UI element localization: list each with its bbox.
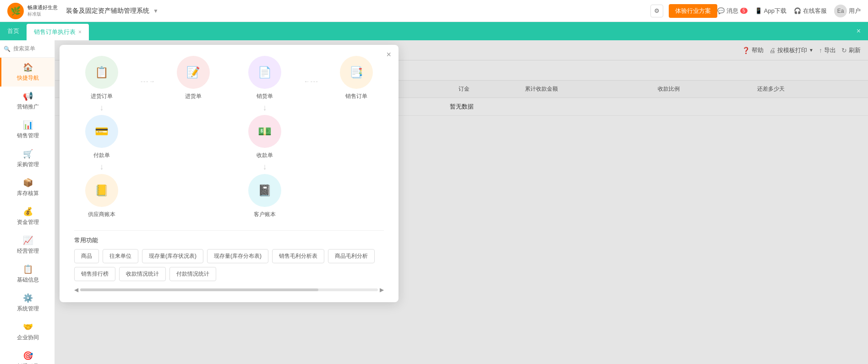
- flow-node-receipt: 💵 收款单: [237, 115, 292, 159]
- sidebar-item-finance[interactable]: 💰 资金管理: [0, 202, 55, 231]
- search-icon: 🔍: [4, 46, 11, 52]
- popup-card: × 📋 进货订单 ↓ 💳 付款单 ↓: [60, 45, 399, 302]
- scroll-right-arrow[interactable]: ▶: [380, 287, 384, 293]
- flow-node-supplier-book: 📒 供应商账本: [74, 174, 129, 218]
- customer-icon: 📓: [248, 174, 281, 207]
- tab-bar: 首页 销售订单执行表 × ×: [0, 22, 868, 40]
- main-layout: 🔍 搜索菜单 🏠 快捷导航 📢 营销推广 📊 销售管理 🛒 采购管理 📦 库存核…: [0, 40, 868, 364]
- operations-icon: 📈: [23, 235, 33, 245]
- arrow-down-4: ↓: [263, 160, 267, 173]
- sidebar-item-purchase[interactable]: 🛒 采购管理: [0, 144, 55, 173]
- online-service-button[interactable]: 🎧 在线客服: [794, 7, 827, 15]
- popup-close-button[interactable]: ×: [386, 50, 391, 59]
- tab-close-icon[interactable]: ×: [78, 29, 82, 35]
- purchase-icon: 📝: [177, 56, 210, 89]
- flow-node-payment: 💳 付款单: [74, 115, 129, 159]
- user-area[interactable]: Ea 用户: [834, 5, 861, 17]
- logo-area: 🌿 畅康通好生意 标准版: [7, 3, 62, 19]
- logo-icon: 🌿: [7, 3, 24, 19]
- cf-btn-sales-rank[interactable]: 销售排行榜: [74, 267, 115, 281]
- trial-button[interactable]: 体验行业方案: [669, 4, 717, 18]
- cf-btn-stock-status[interactable]: 现存量(库存状况表): [142, 249, 203, 263]
- inventory-icon: 📦: [23, 178, 33, 188]
- sidebar-search[interactable]: 🔍 搜索菜单: [0, 40, 55, 58]
- system-dropdown-arrow[interactable]: ▼: [153, 8, 158, 14]
- close-all-tabs[interactable]: ×: [857, 27, 861, 35]
- logo-sub: 标准版: [27, 11, 58, 17]
- scrollbar-track[interactable]: [80, 288, 378, 291]
- sidebar: 🔍 搜索菜单 🏠 快捷导航 📢 营销推广 📊 销售管理 🛒 采购管理 📦 库存核…: [0, 40, 55, 364]
- cf-btn-sales-margin[interactable]: 销售毛利分析表: [272, 249, 324, 263]
- home-icon: 🏠: [23, 62, 33, 72]
- sidebar-item-guide[interactable]: 🎯 新手引导: [0, 346, 55, 364]
- supplier-icon: 📒: [85, 174, 118, 207]
- sidebar-item-system[interactable]: ⚙️ 系统管理: [0, 288, 55, 317]
- flow-node-purchase: 📝 进货单: [166, 56, 221, 100]
- sidebar-item-operations[interactable]: 📈 经营管理: [0, 231, 55, 260]
- message-icon: 💬: [717, 7, 725, 14]
- sales-icon: 📄: [248, 56, 281, 89]
- scrollbar-thumb: [80, 288, 318, 291]
- sales-icon: 📊: [23, 120, 33, 130]
- sidebar-item-marketing[interactable]: 📢 营销推广: [0, 87, 55, 115]
- sidebar-item-inventory[interactable]: 📦 库存核算: [0, 173, 55, 202]
- headset-icon: 🎧: [794, 7, 801, 14]
- marketing-icon: 📢: [23, 91, 33, 101]
- top-header: 🌿 畅康通好生意 标准版 装备及固定资产辅助管理系统 ▼ ⚙ 体验行业方案 💬 …: [0, 0, 868, 22]
- flow-node-purchase-order: 📋 进货订单: [74, 56, 129, 100]
- cf-buttons-row2: 销售排行榜 收款情况统计 付款情况统计: [74, 267, 384, 281]
- sidebar-item-quick-nav[interactable]: 🏠 快捷导航: [0, 58, 55, 87]
- cf-btn-contacts[interactable]: 往来单位: [103, 249, 138, 263]
- cf-btn-payment-stats[interactable]: 付款情况统计: [169, 267, 216, 281]
- payment-icon: 💳: [85, 115, 118, 148]
- sidebar-item-sales[interactable]: 📊 销售管理: [0, 115, 55, 144]
- sales-order-icon: 📑: [340, 56, 373, 89]
- message-button[interactable]: 💬 消息 5: [717, 7, 748, 15]
- header-right: 💬 消息 5 📱 App下载 🎧 在线客服 Ea 用户: [717, 5, 861, 17]
- guide-icon: 🎯: [23, 351, 33, 361]
- flow-node-sales: 📄 销货单: [237, 56, 292, 100]
- tab-sales-order[interactable]: 销售订单执行表 ×: [27, 24, 89, 40]
- tab-home[interactable]: 首页: [0, 22, 27, 40]
- purchase-order-icon: 📋: [85, 56, 118, 89]
- app-download-button[interactable]: 📱 App下载: [755, 7, 786, 15]
- arrow-down-1: ↓: [100, 101, 104, 114]
- cf-buttons: 商品 往来单位 现存量(库存状况表) 现存量(库存分布表) 销售毛利分析表 商品…: [74, 249, 384, 263]
- common-functions: 常用功能 商品 往来单位 现存量(库存状况表) 现存量(库存分布表) 销售毛利分…: [74, 230, 384, 281]
- system-icon: ⚙️: [23, 293, 33, 303]
- sidebar-item-collaboration[interactable]: 🤝 企业协同: [0, 317, 55, 346]
- arrow-down-3: ↓: [100, 160, 104, 173]
- info-icon: 📋: [23, 264, 33, 274]
- flow-node-customer-book: 📓 客户账本: [237, 174, 292, 218]
- purchase-icon: 🛒: [23, 149, 33, 159]
- cf-title: 常用功能: [74, 236, 384, 244]
- logo-text: 畅康通好生意: [27, 4, 58, 11]
- cf-btn-product[interactable]: 商品: [74, 249, 99, 263]
- flow-node-sales-order: 📑 销售订单: [329, 56, 384, 100]
- system-name: 装备及固定资产辅助管理系统 ▼: [66, 7, 647, 15]
- popup-scrollbar: ◀ ▶: [74, 287, 384, 293]
- collab-icon: 🤝: [23, 322, 33, 332]
- arrow-down-2: ↓: [263, 101, 267, 114]
- avatar: Ea: [834, 5, 847, 17]
- receipt-icon: 💵: [248, 115, 281, 148]
- message-badge: 5: [740, 8, 748, 14]
- cf-btn-product-margin[interactable]: 商品毛利分析: [328, 249, 375, 263]
- phone-icon: 📱: [755, 7, 762, 14]
- cf-btn-stock-dist[interactable]: 现存量(库存分布表): [207, 249, 268, 263]
- content-area: ❓ 帮助 🖨 按模板打印 ▼ ↑ 导出 ↻ 刷新 📅 yyyy-mm-dd: [55, 40, 868, 364]
- settings-button[interactable]: ⚙: [650, 5, 663, 17]
- popup-overlay: × 📋 进货订单 ↓ 💳 付款单 ↓: [55, 40, 868, 364]
- finance-icon: 💰: [23, 206, 33, 217]
- scroll-left-arrow[interactable]: ◀: [74, 287, 78, 293]
- cf-btn-receipt-stats[interactable]: 收款情况统计: [119, 267, 166, 281]
- sidebar-item-basic-info[interactable]: 📋 基础信息: [0, 260, 55, 288]
